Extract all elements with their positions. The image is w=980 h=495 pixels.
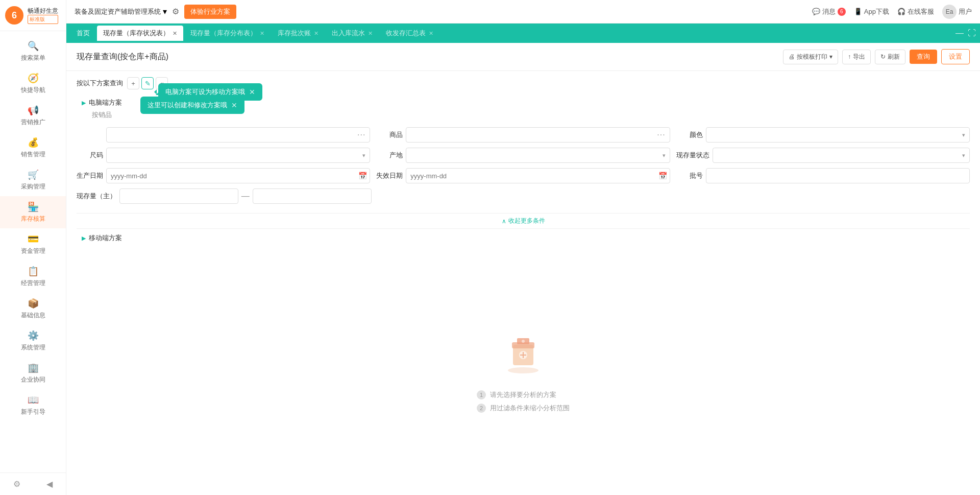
color-label: 颜色 xyxy=(676,130,703,139)
sidebar-item-inventory[interactable]: 🏪 库存核算 xyxy=(0,196,66,228)
sidebar-item-sales[interactable]: 💰 销售管理 xyxy=(0,132,66,164)
field-expiry-date: 失效日期 📅 xyxy=(376,168,670,183)
tab-in-out-flow-label: 出入库流水 xyxy=(332,29,365,38)
app-download-btn[interactable]: 📱 App下载 xyxy=(854,7,889,16)
trial-button[interactable]: 体验行业方案 xyxy=(184,5,236,19)
color-select[interactable]: ▾ xyxy=(706,127,970,143)
app-download-label: App下载 xyxy=(864,7,889,16)
tab-inventory-status[interactable]: 现存量（库存状况表） ✕ xyxy=(97,26,183,41)
search-icon: 🔍 xyxy=(28,40,39,52)
system-icon: ⚙️ xyxy=(28,330,39,341)
stock-main-input-2[interactable] xyxy=(253,188,372,204)
sidebar-item-basic[interactable]: 📦 基础信息 xyxy=(0,293,66,325)
filter-row-3: 生产日期 📅 失效日期 📅 xyxy=(77,168,970,183)
filter-area: 按以下方案查询 + ✎ « 电脑方案可设为移动方案哦 ✕ 这里可以创建和修改方案… xyxy=(66,71,980,246)
tab-controls: — ⛶ xyxy=(955,29,976,38)
collapse-label: 收起更多条件 xyxy=(508,217,545,225)
settings-bottom-icon[interactable]: ⚙ xyxy=(13,479,20,489)
filter-row-4: 现存量（主） — xyxy=(77,188,970,204)
product-select[interactable]: ··· xyxy=(406,127,670,143)
stock-main-label: 现存量（主） xyxy=(77,192,116,201)
tab-expand-icon[interactable]: ⛶ xyxy=(968,29,976,38)
main-area: 装备及固定资产辅助管理系统 ▾ ⚙ 体验行业方案 💬 消息 6 📱 App下载 … xyxy=(66,0,980,495)
tab-close-icon-5[interactable]: ✕ xyxy=(429,30,433,37)
stock-main-input[interactable] xyxy=(119,188,238,204)
online-support-btn[interactable]: 🎧 在线客服 xyxy=(897,7,934,16)
sidebar-item-search[interactable]: 🔍 搜索菜单 xyxy=(0,35,66,67)
message-btn[interactable]: 💬 消息 6 xyxy=(812,7,846,16)
sidebar-item-finance[interactable]: 💳 资金管理 xyxy=(0,228,66,261)
expiry-date-label: 失效日期 xyxy=(376,171,403,180)
stock-status-select[interactable]: ▾ xyxy=(713,148,970,163)
empty-tips: 1 请先选择要分析的方案 2 用过滤条件来缩小分析范围 xyxy=(477,388,570,415)
tree-mobile-scheme[interactable]: ▶ 移动端方案 xyxy=(82,232,970,244)
settings-icon[interactable]: ⚙ xyxy=(172,7,179,16)
tab-inventory-distribution[interactable]: 现存量（库存分布表） ✕ xyxy=(184,26,271,41)
export-button[interactable]: ↑ 导出 xyxy=(842,50,871,64)
expiry-date-calendar-icon: 📅 xyxy=(658,172,667,180)
print-button[interactable]: 🖨 按模板打印 ▾ xyxy=(783,50,838,64)
expiry-date-input[interactable] xyxy=(406,168,670,183)
sidebar-item-guide[interactable]: 📖 新手引导 xyxy=(0,389,66,421)
support-icon: 🎧 xyxy=(897,8,905,15)
tab-close-icon-3[interactable]: ✕ xyxy=(314,30,318,37)
collapse-bar[interactable]: ∧ 收起更多条件 xyxy=(77,213,970,228)
origin-select[interactable]: ▾ xyxy=(406,148,670,163)
tab-home[interactable]: 首页 xyxy=(70,29,96,38)
sidebar-item-marketing[interactable]: 📢 营销推广 xyxy=(0,100,66,132)
tab-summary[interactable]: 收发存汇总表 ✕ xyxy=(380,26,439,41)
sales-icon: 💰 xyxy=(28,137,39,148)
brand-name: 畅通好生意 xyxy=(28,7,58,15)
filter-rows: ··· 商品 ··· 颜色 xyxy=(77,123,970,213)
tab-close-icon-2[interactable]: ✕ xyxy=(260,30,264,37)
production-date-input[interactable] xyxy=(106,168,370,183)
user-label: 用户 xyxy=(959,7,972,16)
user-btn[interactable]: Ea 用户 xyxy=(942,5,972,19)
edit-scheme-btn[interactable]: ✎ xyxy=(141,77,154,89)
empty-tip-1: 1 请先选择要分析的方案 xyxy=(477,388,570,402)
sidebar-item-quicknav[interactable]: 🧭 快捷导航 xyxy=(0,67,66,100)
sidebar-item-operations[interactable]: 📋 经营管理 xyxy=(0,261,66,293)
stock-status-dropdown-icon: ▾ xyxy=(962,152,965,159)
online-support-label: 在线客服 xyxy=(908,7,934,16)
field-color: 颜色 ▾ xyxy=(676,127,970,143)
tooltip-desktop-text: 电脑方案可设为移动方案哦 xyxy=(165,87,245,97)
sidebar-item-system[interactable]: ⚙️ 系统管理 xyxy=(0,325,66,357)
empty-tip-2-text: 用过滤条件来缩小分析范围 xyxy=(490,402,570,415)
search-button[interactable]: 查询 xyxy=(910,50,937,64)
size-select[interactable]: ▾ xyxy=(106,148,370,163)
compass-icon: 🧭 xyxy=(28,73,39,84)
tab-close-icon-4[interactable]: ✕ xyxy=(368,30,373,37)
content-area: 现存量查询(按仓库+商品) 🖨 按模板打印 ▾ ↑ 导出 ↻ 刷新 查询 设置 xyxy=(66,43,980,495)
export-label: 导出 xyxy=(853,53,865,61)
sidebar-item-system-label: 系统管理 xyxy=(21,343,45,352)
tab-in-out-flow[interactable]: 出入库流水 ✕ xyxy=(326,26,379,41)
warehouse-select[interactable]: ··· xyxy=(106,127,370,143)
batch-input[interactable] xyxy=(706,168,970,183)
system-select[interactable]: 装备及固定资产辅助管理系统 ▾ xyxy=(75,7,167,16)
logo-icon: 6 xyxy=(5,6,23,25)
print-dropdown-icon: ▾ xyxy=(829,53,832,60)
collapse-sidebar-icon[interactable]: ◀ xyxy=(46,479,53,489)
tree-desktop-label: 电脑端方案 xyxy=(89,98,122,107)
tree-mobile-label: 移动端方案 xyxy=(89,233,122,243)
purchase-icon: 🛒 xyxy=(28,169,39,180)
filter-area-wrapper: 按以下方案查询 + ✎ « 电脑方案可设为移动方案哦 ✕ 这里可以创建和修改方案… xyxy=(66,71,980,246)
tab-close-icon[interactable]: ✕ xyxy=(173,30,177,37)
refresh-button[interactable]: ↻ 刷新 xyxy=(875,50,905,64)
set-button[interactable]: 设置 xyxy=(941,49,970,64)
field-stock-main: 现存量（主） — xyxy=(77,188,372,204)
finance-icon: 💳 xyxy=(28,233,39,245)
tab-summary-label: 收发存汇总表 xyxy=(386,29,426,38)
tooltip-create-close[interactable]: ✕ xyxy=(231,101,237,109)
header-left: 装备及固定资产辅助管理系统 ▾ ⚙ 体验行业方案 xyxy=(75,5,236,19)
sidebar-item-purchase[interactable]: 🛒 采购管理 xyxy=(0,164,66,196)
tooltip-desktop-close[interactable]: ✕ xyxy=(249,88,255,96)
stock-main-dash: — xyxy=(241,192,250,201)
svg-point-7 xyxy=(522,340,525,343)
tab-batch-account[interactable]: 库存批次账 ✕ xyxy=(272,26,325,41)
chevron-down-icon: ▾ xyxy=(163,7,167,16)
add-scheme-btn[interactable]: + xyxy=(127,77,139,89)
sidebar-item-enterprise[interactable]: 🏢 企业协同 xyxy=(0,357,66,389)
tab-minus-icon[interactable]: — xyxy=(955,29,964,38)
